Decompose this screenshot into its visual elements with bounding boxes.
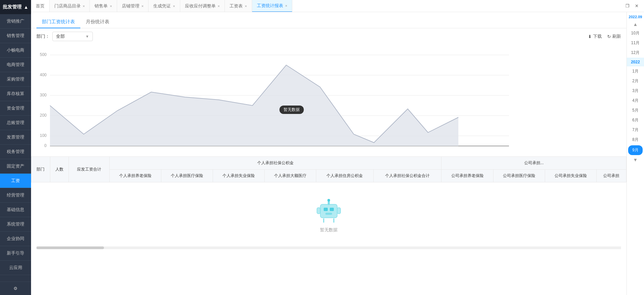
tab-label: 生成凭证 [153,3,171,9]
horizontal-scrollbar[interactable] [36,246,621,249]
tab-工资表[interactable]: 工资表× [225,0,252,12]
timeline-month-item[interactable]: 10月 [627,28,644,38]
timeline-month-item[interactable]: 7月 [627,125,644,135]
scrollbar-thumb[interactable] [36,246,104,249]
sidebar-toggle-icon[interactable]: ▲ [24,4,28,10]
col-company-other: 公司承担 [596,170,626,182]
sub-tab-部门工资统计表[interactable]: 部门工资统计表 [36,16,80,28]
sidebar-item-营销推广[interactable]: 营销推广 [0,14,31,29]
sidebar-item-企业协同[interactable]: 企业协同 [0,232,31,246]
tab-close-icon[interactable]: × [173,4,175,8]
tab-工资统计报表[interactable]: 工资统计报表× [252,0,292,12]
sidebar: 批发管理 ▲ 营销推广销售管理小畅电商电商管理采购管理库存核算资金管理总账管理发… [0,0,31,295]
timeline-month-active[interactable]: 9月 [628,145,643,155]
tab-label: 首页 [36,3,45,9]
tab-close-icon[interactable]: × [218,4,220,8]
col-personal-bigmedical: 个人承担大额医疗 [265,170,316,182]
sidebar-item-库存核算[interactable]: 库存核算 [0,87,31,101]
refresh-icon: ↻ [607,34,611,39]
settings-icon: ⚙ [14,286,18,291]
sidebar-item-电商管理[interactable]: 电商管理 [0,58,31,72]
sidebar-item-总账管理[interactable]: 总账管理 [0,116,31,130]
sidebar-header[interactable]: 批发管理 ▲ [0,0,31,14]
timeline-month-item[interactable]: 4月 [627,96,644,106]
tab-label: 店铺管理 [122,3,139,9]
col-personal-unemployment: 个人承担失业保险 [213,170,264,182]
timeline-month-item[interactable]: 5月 [627,106,644,115]
sidebar-item-固定资产[interactable]: 固定资产 [0,159,31,174]
sidebar-footer-settings[interactable]: ⚙ [0,282,31,295]
chevron-down-icon: ▼ [85,34,89,38]
timeline-month-item[interactable]: 8月 [627,135,644,145]
empty-text: 暂无数据 [320,227,338,233]
svg-marker-12 [50,65,458,146]
sidebar-title: 批发管理 [3,4,22,10]
chart-svg: 500 400 300 200 100 0 [36,50,621,151]
tab-应收应付调整单[interactable]: 应收应付调整单× [180,0,225,12]
timeline-up-arrow[interactable]: ▲ [627,20,644,28]
close-button[interactable]: ✕ [632,2,641,10]
timeline-year-label[interactable]: 2022 [627,58,644,66]
tab-close-icon[interactable]: × [285,4,287,8]
col-count: 人数 [50,157,69,182]
sidebar-item-采购管理[interactable]: 采购管理 [0,72,31,87]
toolbar-right: ⬇ 下载 ↻ 刷新 [588,33,621,39]
timeline-month-item[interactable]: 6月 [627,115,644,125]
sidebar-item-税务管理[interactable]: 税务管理 [0,145,31,159]
timeline-month-item[interactable]: 2月 [627,76,644,86]
svg-text:100: 100 [40,133,47,138]
tab-label: 工资统计报表 [257,3,283,9]
data-table: 部门 人数 应发工资合计 个人承担社保公积金 公司承担... 个人承担养老保险 … [31,156,626,246]
sidebar-item-发票管理[interactable]: 发票管理 [0,130,31,145]
col-personal-housing: 个人承担住房公积金 [316,170,373,182]
refresh-label: 刷新 [612,33,621,39]
col-company-pension: 公司承担养老保险 [441,170,493,182]
empty-state: 暂无数据 [31,182,626,246]
sidebar-item-新手引导[interactable]: 新手引导 [0,246,31,261]
sidebar-item-小畅电商[interactable]: 小畅电商 [0,43,31,58]
sub-tab-bar: 部门工资统计表月份统计表 [31,12,626,28]
content-area: 部门工资统计表月份统计表 部门： 全部 ▼ ⬇ 下载 ↻ 刷新 [31,12,644,295]
col-personal-medical: 个人承担医疗保险 [161,170,213,182]
tab-label: 工资表 [230,3,243,9]
timeline-month-item[interactable]: 11月 [627,38,644,48]
tab-首页[interactable]: 首页 [31,0,50,12]
sidebar-item-销售管理[interactable]: 销售管理 [0,29,31,43]
sidebar-item-系统管理[interactable]: 系统管理 [0,217,31,232]
sub-tab-月份统计表[interactable]: 月份统计表 [80,16,115,28]
empty-row: 暂无数据 [31,182,626,247]
restore-button[interactable]: ❐ [623,2,632,10]
svg-rect-16 [325,213,332,215]
current-date-label: 2022.09 [627,13,644,20]
tab-close-icon[interactable]: × [245,4,247,8]
refresh-button[interactable]: ↻ 刷新 [607,33,621,39]
col-company-unemployment: 公司承担失业保险 [545,170,596,182]
timeline-month-item[interactable]: 12月 [627,48,644,58]
timeline-month-item[interactable]: 1月 [627,66,644,76]
timeline-down-arrow[interactable]: ▼ [627,156,644,164]
sidebar-item-资金管理[interactable]: 资金管理 [0,101,31,116]
tab-销售单[interactable]: 销售单× [90,0,117,12]
sidebar-item-工资[interactable]: 工资 [0,174,31,188]
timeline-month-item[interactable]: 3月 [627,86,644,96]
dept-value: 全部 [56,33,65,39]
sidebar-item-基础信息[interactable]: 基础信息 [0,203,31,217]
tab-门店商品目录[interactable]: 门店商品目录× [50,0,90,12]
tab-close-icon[interactable]: × [110,4,112,8]
col-personal-total: 个人承担社保公积金合计 [373,170,441,182]
svg-rect-13 [320,204,337,218]
sidebar-item-经营管理[interactable]: 经营管理 [0,188,31,203]
tab-close-icon[interactable]: × [83,4,85,8]
empty-icon [315,196,342,223]
dept-label: 部门： [36,33,50,39]
svg-text:300: 300 [40,93,47,97]
table-area[interactable]: 部门 人数 应发工资合计 个人承担社保公积金 公司承担... 个人承担养老保险 … [31,156,626,295]
dept-select[interactable]: 全部 ▼ [52,32,93,41]
download-button[interactable]: ⬇ 下载 [588,33,602,39]
no-data-tooltip: 暂无数据 [279,106,304,114]
window-controls: ❐ ✕ [623,2,644,10]
tab-店铺管理[interactable]: 店铺管理× [117,0,149,12]
tab-close-icon[interactable]: × [141,4,143,8]
sidebar-item-云应用[interactable]: 云应用 [0,261,31,275]
tab-生成凭证[interactable]: 生成凭证× [149,0,180,12]
